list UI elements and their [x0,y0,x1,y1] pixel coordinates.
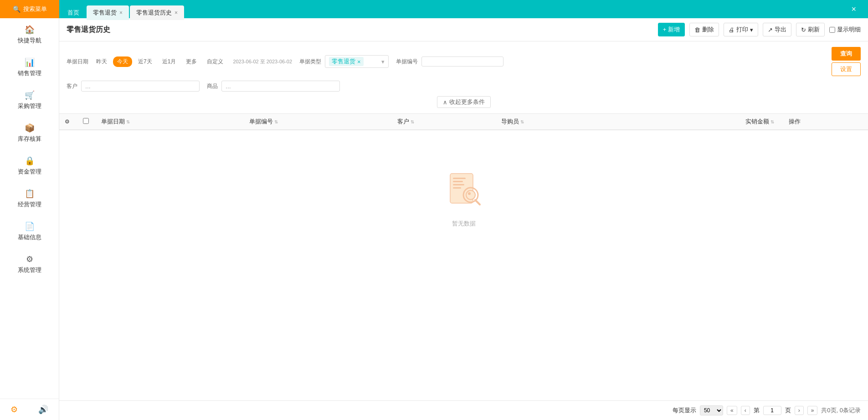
print-icon: 🖨 [729,26,734,33]
col-settings[interactable]: ⚙ [59,114,77,130]
sidebar-item-basic-info[interactable]: 📄 基础信息 [0,215,59,248]
bill-type-select[interactable]: 零售退货 × ▾ [325,55,389,68]
date-btn-7days[interactable]: 近7天 [134,56,156,67]
tab-retail-return[interactable]: 零售退货 × [87,5,129,20]
bill-no-input[interactable] [421,56,503,67]
goods-ellipsis-icon[interactable]: ... [226,82,231,90]
export-label: 导出 [775,26,786,34]
tab-home[interactable]: 首页 [61,5,86,20]
refresh-button[interactable]: ↻ 刷新 [796,23,825,36]
volume-icon[interactable]: 🔊 [38,405,48,415]
table-wrapper: ⚙ 单据日期 ⇅ 单据编号 ⇅ 客户 ⇅ [59,114,868,400]
sidebar-item-operations-mgmt-label: 经营管理 [18,200,41,209]
purchase-mgmt-icon: 🛒 [25,90,35,100]
bill-type-tag: 零售退货 × [329,57,364,66]
display-detail-input[interactable] [829,27,835,33]
col-actual-amount[interactable]: 实销金额 ⇅ [621,114,783,130]
system-mgmt-icon: ⚙ [26,254,33,264]
empty-state-text: 暂无数据 [452,220,476,228]
page-header: 零售退货历史 + 新增 🗑 删除 🖨 打印 ▾ ↗ 导出 [59,18,868,41]
col-guide[interactable]: 导购员 ⇅ [496,114,622,130]
svg-line-7 [475,200,480,205]
content-area: 零售退货历史 + 新增 🗑 删除 🖨 打印 ▾ ↗ 导出 [59,18,868,420]
goods-select[interactable]: ... [221,81,340,92]
finance-mgmt-icon: 🔒 [25,156,35,166]
date-range-text: 2023-06-02 至 2023-06-02 [233,58,292,65]
display-detail-checkbox[interactable]: 显示明细 [829,26,861,34]
bill-no-filter-item: 单据编号 [396,56,503,67]
page-title: 零售退货历史 [67,25,110,35]
col-bill-no[interactable]: 单据编号 ⇅ [244,114,392,130]
top-bar-right: × [847,5,868,14]
page-size-label: 每页显示 [673,406,696,415]
customer-select[interactable]: ... [81,81,200,92]
bill-type-tag-close-icon[interactable]: × [357,58,361,65]
tab-retail-return-history[interactable]: 零售退货历史 × [130,5,184,20]
sidebar-item-quick-nav[interactable]: 🏠 快捷导航 [0,18,59,51]
sidebar-item-finance-mgmt[interactable]: 🔒 资金管理 [0,149,59,182]
col-customer[interactable]: 客户 ⇅ [392,114,496,130]
search-menu-area[interactable]: 🔍 搜索菜单 [0,0,59,18]
svg-point-8 [468,192,471,195]
goods-filter-item: 商品 ... [207,81,340,92]
collapse-button[interactable]: ∧ 收起更多条件 [437,96,491,108]
collapse-up-icon: ∧ [443,99,447,106]
sidebar-item-operations-mgmt[interactable]: 📋 经营管理 [0,182,59,215]
table-header-row: ⚙ 单据日期 ⇅ 单据编号 ⇅ 客户 ⇅ [59,114,868,130]
basic-info-icon: 📄 [25,221,35,231]
main-layout: 🏠 快捷导航 📊 销售管理 🛒 采购管理 📦 库存核算 🔒 资金管理 📋 经营管… [0,18,868,420]
window-close-button[interactable]: × [847,5,861,14]
delete-button[interactable]: 🗑 删除 [689,23,719,36]
query-button[interactable]: 查询 [832,47,861,61]
tab-home-label: 首页 [67,9,79,17]
last-page-button[interactable]: » [807,406,818,415]
date-btn-more[interactable]: 更多 [182,56,201,67]
prev-page-button[interactable]: ‹ [741,406,750,415]
customer-ellipsis-icon[interactable]: ... [85,82,91,90]
new-button[interactable]: + 新增 [658,23,685,36]
col-bill-date[interactable]: 单据日期 ⇅ [96,114,244,130]
date-btn-yesterday[interactable]: 昨天 [92,56,111,67]
tab-retail-return-history-label: 零售退货历史 [136,9,172,17]
pagination-bar: 每页显示 20 50 100 « ‹ 第 页 › » 共0页, 0条记录 [59,400,868,420]
print-button[interactable]: 🖨 打印 ▾ [724,23,758,36]
select-all-checkbox[interactable] [83,118,89,124]
set-button[interactable]: 设置 [832,62,861,76]
settings-gear-icon[interactable]: ⚙ [10,405,18,415]
delete-label: 删除 [702,26,714,34]
delete-icon: 🗑 [694,26,700,33]
empty-state-illustration [441,167,487,212]
operations-mgmt-icon: 📋 [25,189,35,199]
col-customer-sort-icon: ⇅ [411,119,414,124]
sidebar-bottom: ⚙ 🔊 [0,399,59,420]
sidebar-item-system-mgmt[interactable]: ⚙ 系统管理 [0,248,59,281]
sidebar-item-inventory-check[interactable]: 📦 库存核算 [0,117,59,149]
filter-row-2: 客户 ... 商品 ... [67,81,861,92]
tab-retail-return-history-close-icon[interactable]: × [175,10,178,16]
bill-type-filter-item: 单据类型 零售退货 × ▾ [299,55,389,68]
page-size-select[interactable]: 20 50 100 [700,405,723,415]
sidebar-item-purchase-mgmt[interactable]: 🛒 采购管理 [0,84,59,117]
tab-retail-return-close-icon[interactable]: × [119,10,123,16]
export-button[interactable]: ↗ 导出 [763,23,791,36]
date-btn-1month[interactable]: 近1月 [158,56,180,67]
date-btn-today[interactable]: 今天 [113,56,132,67]
sidebar-item-system-mgmt-label: 系统管理 [18,266,41,274]
export-icon: ↗ [768,26,773,33]
first-page-button[interactable]: « [727,406,737,415]
page-number-input[interactable] [763,406,781,415]
next-page-button[interactable]: › [795,406,804,415]
page-actions: + 新增 🗑 删除 🖨 打印 ▾ ↗ 导出 ↻ 刷新 [658,23,861,36]
sales-mgmt-icon: 📊 [25,57,35,67]
empty-state: 暂无数据 [59,130,868,264]
bill-type-tag-text: 零售退货 [332,57,355,66]
page-label: 第 [754,406,760,415]
collapse-row: ∧ 收起更多条件 [67,96,861,108]
sidebar-item-sales-mgmt[interactable]: 📊 销售管理 [0,51,59,84]
refresh-icon: ↻ [801,26,806,33]
print-label: 打印 [736,26,748,34]
col-checkbox[interactable] [77,114,96,130]
svg-rect-4 [453,187,461,189]
sidebar: 🏠 快捷导航 📊 销售管理 🛒 采购管理 📦 库存核算 🔒 资金管理 📋 经营管… [0,18,59,420]
date-btn-custom[interactable]: 自定义 [203,56,227,67]
